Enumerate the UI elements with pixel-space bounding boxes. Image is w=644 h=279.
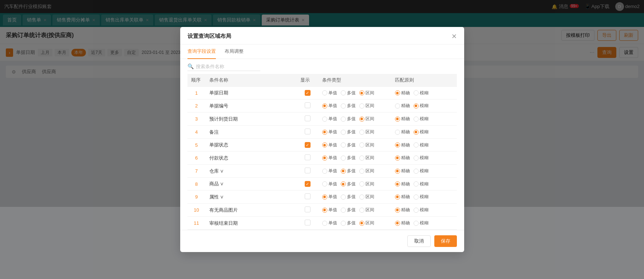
type-option[interactable]: 区间	[359, 155, 374, 161]
type-option[interactable]: 多值	[341, 103, 356, 109]
row-display[interactable]	[297, 113, 319, 126]
radio-label: 区间	[366, 103, 374, 109]
type-option[interactable]: 区间	[359, 90, 374, 96]
type-option[interactable]: 多值	[341, 181, 356, 187]
radio-circle-icon	[395, 181, 400, 186]
modal-table-wrapper: 顺序 条件名称 显示 条件类型 匹配原则 1单据日期单值多值区间精确模糊2单据编…	[180, 74, 464, 207]
radio-label: 模糊	[420, 90, 428, 96]
row-display[interactable]	[297, 126, 319, 139]
table-row: 1单据日期单值多值区间精确模糊	[187, 87, 457, 99]
display-checkbox[interactable]	[305, 193, 311, 199]
type-option[interactable]: 区间	[359, 194, 374, 200]
modal-tab-layout[interactable]: 布局调整	[225, 44, 244, 59]
modal-tab-fields[interactable]: 查询字段设置	[187, 44, 216, 59]
match-option[interactable]: 精确	[395, 194, 410, 200]
type-option[interactable]: 区间	[359, 168, 374, 174]
match-option[interactable]: 模糊	[414, 103, 428, 109]
row-match: 精确模糊	[391, 178, 457, 190]
type-option[interactable]: 单值	[322, 142, 337, 148]
row-name: 单据状态	[206, 139, 297, 152]
row-match: 精确模糊	[391, 126, 457, 139]
row-order: 3	[187, 113, 206, 126]
type-option[interactable]: 多值	[341, 155, 356, 161]
radio-label: 多值	[347, 129, 356, 135]
radio-circle-icon	[322, 169, 327, 174]
match-option[interactable]: 模糊	[414, 116, 428, 122]
display-checkbox[interactable]	[305, 181, 311, 187]
display-checkbox[interactable]	[305, 115, 311, 121]
row-name: 付款状态	[206, 152, 297, 165]
type-option[interactable]: 多值	[341, 142, 356, 148]
radio-label: 区间	[366, 116, 374, 122]
match-option[interactable]: 精确	[395, 90, 410, 96]
type-option[interactable]: 多值	[341, 168, 356, 174]
radio-circle-icon	[359, 194, 364, 200]
match-option[interactable]: 模糊	[414, 194, 428, 200]
type-option[interactable]: 单值	[322, 181, 337, 187]
row-display[interactable]	[297, 204, 319, 207]
type-option[interactable]: 单值	[322, 90, 337, 96]
match-option[interactable]: 模糊	[414, 142, 428, 148]
row-name: 单据编号	[206, 99, 297, 113]
display-checkbox[interactable]	[305, 102, 311, 108]
radio-label: 单值	[328, 103, 337, 109]
match-option[interactable]: 精确	[395, 116, 410, 122]
row-display[interactable]	[297, 139, 319, 152]
row-display[interactable]	[297, 165, 319, 178]
display-checkbox[interactable]	[305, 168, 311, 173]
type-option[interactable]: 多值	[341, 90, 356, 96]
type-option[interactable]: 单值	[322, 155, 337, 161]
radio-label: 区间	[366, 142, 374, 148]
type-option[interactable]: 区间	[359, 103, 374, 109]
type-option[interactable]: 单值	[322, 116, 337, 122]
match-option[interactable]: 精确	[395, 155, 410, 161]
row-display[interactable]	[297, 190, 319, 204]
type-option[interactable]: 单值	[322, 129, 337, 135]
table-row: 5单据状态单值多值区间精确模糊	[187, 139, 457, 152]
radio-circle-icon	[359, 169, 364, 174]
radio-label: 精确	[401, 90, 410, 96]
type-option[interactable]: 多值	[341, 116, 356, 122]
row-display[interactable]	[297, 178, 319, 190]
table-row: 6付款状态单值多值区间精确模糊	[187, 152, 457, 165]
modal-close-button[interactable]: ✕	[451, 33, 457, 40]
type-option[interactable]: 区间	[359, 142, 374, 148]
type-option[interactable]: 区间	[359, 181, 374, 187]
type-option[interactable]: 单值	[322, 168, 337, 174]
row-type: 单值多值区间	[319, 87, 391, 99]
type-option[interactable]: 单值	[322, 103, 337, 109]
type-option[interactable]: 单值	[322, 194, 337, 200]
match-option[interactable]: 精确	[395, 181, 410, 187]
display-checkbox[interactable]	[305, 129, 311, 134]
display-checkbox[interactable]	[305, 154, 311, 160]
display-checkbox[interactable]	[305, 207, 311, 207]
modal-overlay: 设置查询区域布局 ✕ 查询字段设置 布局调整 🔍 顺序	[0, 0, 644, 207]
match-option[interactable]: 精确	[395, 142, 410, 148]
row-display[interactable]	[297, 87, 319, 99]
search-input[interactable]	[196, 64, 260, 69]
type-option[interactable]: 区间	[359, 129, 374, 135]
type-option[interactable]: 多值	[341, 194, 356, 200]
radio-circle-icon	[322, 156, 327, 161]
type-option[interactable]: 多值	[341, 129, 356, 135]
row-display[interactable]	[297, 152, 319, 165]
radio-circle-icon	[322, 130, 327, 135]
match-option[interactable]: 精确	[395, 103, 410, 109]
display-checkbox[interactable]	[305, 142, 311, 148]
match-option[interactable]: 模糊	[414, 129, 428, 135]
radio-label: 多值	[347, 168, 356, 174]
match-option[interactable]: 模糊	[414, 168, 428, 174]
match-option[interactable]: 模糊	[414, 155, 428, 161]
match-option[interactable]: 模糊	[414, 90, 428, 96]
radio-label: 单值	[328, 168, 337, 174]
row-display[interactable]	[297, 99, 319, 113]
radio-label: 模糊	[420, 194, 428, 200]
display-checkbox[interactable]	[305, 90, 311, 96]
match-option[interactable]: 模糊	[414, 181, 428, 187]
radio-circle-icon	[341, 169, 346, 174]
radio-circle-icon	[395, 130, 400, 135]
match-option[interactable]: 精确	[395, 168, 410, 174]
match-option[interactable]: 精确	[395, 129, 410, 135]
radio-label: 多值	[347, 116, 356, 122]
type-option[interactable]: 区间	[359, 116, 374, 122]
